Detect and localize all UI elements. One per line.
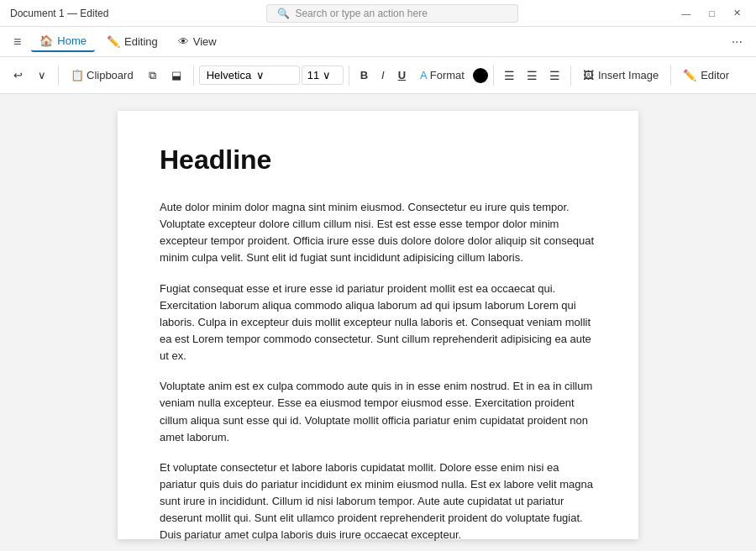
separator-3 [349,66,349,86]
format-label: Format [430,69,465,81]
separator-1 [58,66,59,86]
search-placeholder: Search or type an action here [295,8,427,19]
paragraph-3: Voluptate anim est ex culpa commodo aute… [160,378,596,446]
title-bar-center: 🔍 Search or type an action here [108,4,676,23]
font-size-selector[interactable]: 11 ∨ [302,66,344,85]
home-icon: 🏠 [39,34,53,47]
title-bar: Document 1 — Edited 🔍 Search or type an … [0,0,756,27]
undo-caret-icon: ∨ [38,69,46,81]
paste-button[interactable]: ⬓ [165,65,188,86]
close-button[interactable]: ✕ [728,6,746,20]
bold-button[interactable]: B [354,65,374,86]
clipboard-icon: 📋 [71,69,84,81]
align-right-icon: ☰ [549,69,560,82]
title-bar-right: — □ ✕ [676,6,746,20]
menu-editing-label: Editing [124,35,158,48]
font-size-caret-icon: ∨ [323,69,331,81]
title-bar-left: Document 1 — Edited [10,8,108,19]
align-left-button[interactable]: ☰ [499,65,520,87]
editing-icon: ✏️ [107,35,120,48]
align-center-button[interactable]: ☰ [522,65,543,87]
separator-4 [493,66,494,86]
underline-button[interactable]: U [392,65,412,86]
menu-bar: ≡ 🏠 Home ✏️ Editing 👁 View ··· [0,27,756,57]
toolbar: ↩ ∨ 📋 Clipboard ⧉ ⬓ Helvetica ∨ 11 ∨ B I… [0,57,756,94]
undo-caret-button[interactable]: ∨ [31,65,53,86]
font-name: Helvetica [207,69,251,81]
editor-button[interactable]: ✏️ Editor [676,65,736,86]
menu-editing[interactable]: ✏️ Editing [98,32,166,51]
align-right-button[interactable]: ☰ [544,65,565,87]
menu-home-label: Home [57,34,87,47]
font-selector[interactable]: Helvetica ∨ [199,66,300,85]
clipboard-button[interactable]: 📋 Clipboard [64,65,140,86]
separator-6 [670,66,671,86]
hamburger-button[interactable]: ≡ [7,31,28,53]
copy-icon: ⧉ [149,69,156,82]
insert-image-label: Insert Image [598,69,659,81]
separator-2 [193,66,194,86]
clipboard-label: Clipboard [87,69,134,81]
align-center-icon: ☰ [527,69,538,82]
separator-5 [570,66,571,86]
format-icon: A [420,69,428,81]
insert-image-icon: 🖼 [583,69,594,81]
editor-icon: ✏️ [683,69,696,81]
undo-button[interactable]: ↩ [7,65,29,86]
editor-label: Editor [701,69,729,81]
italic-button[interactable]: I [375,65,391,86]
align-left-icon: ☰ [504,69,515,82]
more-options-button[interactable]: ··· [725,31,749,53]
undo-icon: ↩ [13,69,23,81]
document-title: Document 1 — Edited [10,8,108,19]
search-icon: 🔍 [277,8,290,19]
text-color-circle[interactable] [473,68,488,83]
paragraph-1: Aute dolor minim dolor magna sint minim … [160,199,596,267]
menu-view[interactable]: 👁 View [170,32,225,51]
search-box[interactable]: 🔍 Search or type an action here [266,4,518,23]
document-headline: Headline [160,144,596,176]
insert-image-button[interactable]: 🖼 Insert Image [576,65,665,86]
copy-button[interactable]: ⧉ [142,65,163,87]
content-area: Headline Aute dolor minim dolor magna si… [0,94,756,551]
paragraph-2: Fugiat consequat esse et irure esse id p… [160,281,596,365]
menu-home[interactable]: 🏠 Home [31,31,95,52]
document-page[interactable]: Headline Aute dolor minim dolor magna si… [118,111,638,539]
minimize-button[interactable]: — [676,7,696,20]
view-icon: 👁 [178,35,189,48]
font-caret-icon: ∨ [256,69,265,81]
paragraph-4: Et voluptate consectetur et labore labor… [160,459,596,544]
font-size-value: 11 [307,69,319,81]
paste-icon: ⬓ [171,69,181,81]
menu-view-label: View [193,35,217,48]
format-button[interactable]: A Format [413,65,471,86]
maximize-button[interactable]: □ [704,7,720,20]
